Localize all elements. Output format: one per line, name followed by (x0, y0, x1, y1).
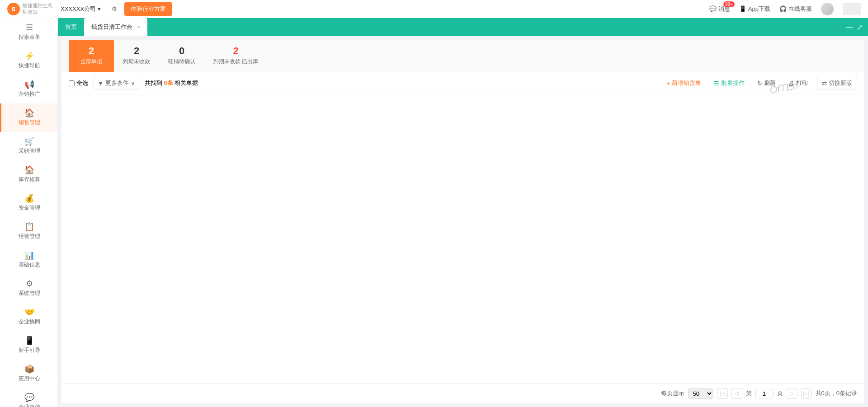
tab-close-icon[interactable]: × (137, 24, 140, 30)
total-info: 共0页，0条记录 (816, 389, 857, 398)
experience-button[interactable]: 体验行业方案 (124, 2, 172, 16)
sidebar-item-marketing[interactable]: 📢 营销推广 (0, 75, 57, 103)
header-right: 💬 消息 99+ 📱 App下载 🎧 在线客服 (709, 3, 861, 15)
plus-icon: + (666, 80, 670, 87)
tab-minimize-icon[interactable]: — (846, 23, 853, 31)
tab-maximize-icon[interactable]: ⤢ (857, 23, 863, 32)
system-icon: ⚙ (26, 280, 33, 288)
found-number: 0条 (164, 80, 173, 86)
sidebar-item-label: 企业微信 (19, 403, 40, 407)
settings-icon[interactable]: ⚙ (109, 4, 120, 14)
found-prefix: 共找到 (145, 80, 164, 86)
stat-label-overdue-unshipped: 到期未收款 已出库 (213, 58, 258, 65)
add-sale-button[interactable]: + 新增销货单 (663, 77, 705, 89)
filter-icon: ▼ (98, 80, 104, 87)
refresh-icon: ↻ (757, 80, 762, 87)
sidebar-item-app-center[interactable]: 📦 应用中心 (0, 360, 57, 388)
logo-area: 6 畅捷通好生意 标准版 (7, 3, 52, 15)
switch-version-button[interactable]: ⇄ 切换新版 (817, 77, 857, 89)
tab-workbench[interactable]: 钱货日清工作台 × (84, 18, 147, 36)
avatar[interactable] (821, 3, 834, 15)
sidebar-item-system[interactable]: ⚙ 系统管理 (0, 274, 57, 303)
table-empty-area (61, 94, 864, 383)
search-menu-icon: ☰ (26, 23, 33, 32)
sidebar-item-purchase[interactable]: 🛒 采购管理 (0, 132, 57, 160)
last-page-button[interactable]: ▷| (801, 388, 812, 399)
tab-home[interactable]: 首页 (58, 18, 84, 36)
page-suffix: 页 (777, 389, 783, 398)
stat-tab-overdue-unpaid[interactable]: 2 到期未收款 (114, 40, 159, 72)
page-content: 2 全部单据 2 到期未收款 0 旺铺待确认 2 到期未收款 已出库 (61, 40, 864, 403)
sidebar-item-operation[interactable]: 📋 经营管理 (0, 217, 57, 246)
sidebar-item-label: 系统管理 (19, 290, 40, 297)
page-input[interactable] (755, 389, 774, 398)
wechat-icon: 💬 (24, 393, 34, 402)
user-menu[interactable] (843, 3, 861, 15)
sidebar-item-cooperation[interactable]: 🤝 企业协同 (0, 303, 57, 331)
quick-nav-icon: ⚡ (24, 52, 34, 60)
message-action[interactable]: 💬 消息 99+ (709, 5, 730, 13)
first-page-button[interactable]: |◁ (717, 388, 728, 399)
logo-text: 畅捷通好生意 标准版 (23, 3, 52, 14)
select-all-checkbox[interactable]: 全选 (69, 79, 88, 87)
sidebar-item-inventory[interactable]: 🏠 库存核算 (0, 160, 57, 189)
refresh-button[interactable]: ↻ 刷新 (754, 77, 779, 89)
online-support-action[interactable]: 🎧 在线客服 (779, 5, 812, 13)
found-unit: 相关单据 (173, 80, 198, 86)
switch-label: 切换新版 (829, 79, 852, 87)
message-badge: 99+ (723, 1, 735, 7)
refresh-label: 刷新 (764, 79, 776, 87)
sidebar-item-label: 应用中心 (19, 375, 40, 383)
sidebar-item-basic[interactable]: 📊 基础信息 (0, 246, 57, 274)
stat-tab-overdue-unshipped[interactable]: 2 到期未收款 已出库 (204, 40, 267, 72)
inventory-icon: 🏠 (24, 166, 34, 174)
batch-operation-button[interactable]: ☰ 批量操作 (710, 77, 748, 89)
sidebar-item-label: 资金管理 (19, 204, 40, 212)
sidebar-item-label: 营销推广 (19, 90, 40, 98)
sidebar-item-search-menu[interactable]: ☰ 搜索菜单 (0, 18, 57, 47)
chevron-down-icon: ▾ (98, 5, 101, 12)
filter-button[interactable]: ▼ 更多条件 ∨ (94, 77, 139, 89)
found-count: 共找到 0条 相关单据 (145, 79, 198, 87)
toolbar: 全选 ▼ 更多条件 ∨ 共找到 0条 相关单据 + 新增销货单 ☰ (61, 72, 864, 94)
select-all-label: 全选 (76, 79, 88, 87)
sidebar-item-label: 新手引导 (19, 346, 40, 354)
sidebar-item-quick-nav[interactable]: ⚡ 快捷导航 (0, 47, 57, 75)
main-layout: ☰ 搜索菜单 ⚡ 快捷导航 📢 营销推广 🏠 销售管理 🛒 采购管理 🏠 库存核… (0, 18, 868, 407)
chevron-icon: ∨ (131, 80, 135, 87)
stat-count-overdue-unpaid: 2 (123, 45, 150, 57)
sidebar-item-label: 搜索菜单 (19, 33, 40, 41)
next-page-button[interactable]: ▷ (787, 388, 797, 399)
finance-icon: 💰 (24, 194, 34, 202)
per-page-select[interactable]: 50 100 200 (688, 388, 713, 399)
stats-tabs: 2 全部单据 2 到期未收款 0 旺铺待确认 2 到期未收款 已出库 (61, 40, 864, 72)
print-icon: 🖨 (788, 80, 794, 87)
headset-icon: 🎧 (779, 5, 787, 12)
select-all-input[interactable] (69, 80, 75, 86)
stat-tab-all[interactable]: 2 全部单据 (69, 40, 114, 72)
sidebar-item-guide[interactable]: 📱 新手引导 (0, 331, 57, 360)
message-icon: 💬 (709, 5, 717, 12)
company-selector[interactable]: XXXXXX公司 ▾ (57, 3, 104, 15)
sales-icon: 🏠 (24, 109, 34, 117)
sidebar-item-label: 库存核算 (19, 176, 40, 183)
print-button[interactable]: 🖨 打印 (785, 77, 811, 89)
sidebar-item-wechat[interactable]: 💬 企业微信 (0, 388, 57, 407)
top-header: 6 畅捷通好生意 标准版 XXXXXX公司 ▾ ⚙ 体验行业方案 💬 消息 99… (0, 0, 868, 18)
prev-page-button[interactable]: ◁ (731, 388, 742, 399)
app-download-icon: 📱 (739, 5, 746, 12)
sidebar-item-finance[interactable]: 💰 资金管理 (0, 189, 57, 217)
toolbar-right: + 新增销货单 ☰ 批量操作 ↻ 刷新 🖨 打印 (663, 77, 857, 89)
app-download-action[interactable]: 📱 App下载 (739, 5, 770, 13)
sidebar-item-sales[interactable]: 🏠 销售管理 (0, 103, 57, 132)
tab-workbench-label: 钱货日清工作台 (91, 23, 132, 31)
switch-icon: ⇄ (822, 80, 827, 87)
purchase-icon: 🛒 (24, 137, 34, 145)
operation-icon: 📋 (24, 223, 34, 231)
sidebar: ☰ 搜索菜单 ⚡ 快捷导航 📢 营销推广 🏠 销售管理 🛒 采购管理 🏠 库存核… (0, 18, 58, 407)
content-area: 首页 钱货日清工作台 × — ⤢ 2 全部单据 2 到期未收款 (58, 18, 868, 407)
stat-label-all: 全部单据 (78, 58, 105, 65)
stat-tab-wangpu-confirm[interactable]: 0 旺铺待确认 (159, 40, 204, 72)
stat-label-overdue-unpaid: 到期未收款 (123, 58, 150, 65)
pagination: 每页显示 50 100 200 |◁ ◁ 第 页 ▷ ▷| 共0页，0条记录 (61, 383, 864, 403)
